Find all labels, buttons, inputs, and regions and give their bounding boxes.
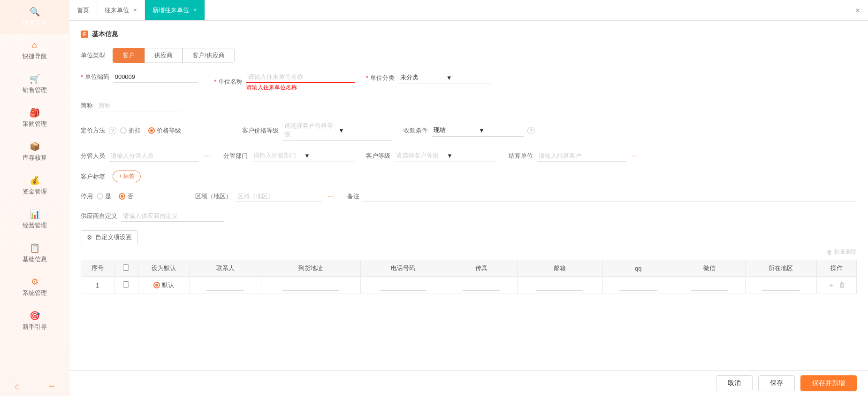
contact-input[interactable] [206,280,244,291]
batch-delete-row: 🗑 批量删除 [81,248,857,256]
unit-name-label: 单位名称 [214,78,243,86]
row-action-cell: ＋ 🗑 [816,277,856,294]
grade-label: 价格等级 [157,126,181,135]
unit-type-customer-btn[interactable]: 客户 [113,48,145,63]
phone-input[interactable] [380,280,426,291]
region-more-icon[interactable]: ··· [326,192,336,201]
pricing-row: 定价方法 ? 折扣 价格等级 客户价格等级 请选择客户价格等级 [81,120,857,141]
qq-input[interactable] [619,280,657,291]
disabled-yes-radio[interactable]: 是 [97,192,111,201]
unit-category-select[interactable]: 未分类 ▼ [398,71,492,84]
row-region-input[interactable] [762,280,799,291]
unit-type-group: 客户 供应商 客户/供应商 [113,48,235,63]
sidebar-item-purchase[interactable]: 🎒 采购管理 [0,101,69,135]
payment-help-icon[interactable]: ? [527,127,535,134]
fax-input[interactable] [463,280,500,291]
pricing-grade-radio[interactable]: 价格等级 [148,126,181,135]
region-input[interactable] [236,191,322,202]
wechat-input[interactable] [691,280,728,291]
customer-price-select[interactable]: 请选择客户价格等级 ▼ [282,120,392,141]
manager-input[interactable] [109,150,198,162]
department-placeholder: 请输入分管部门 [253,151,302,160]
sidebar-item-label: 库存核算 [23,154,47,162]
disabled-label: 停用 [81,192,93,201]
sidebar-item-sales[interactable]: 🛒 销售管理 [0,67,69,101]
row-checkbox[interactable] [123,281,129,287]
row-default-label: 默认 [162,281,174,289]
save-button[interactable]: 保存 [758,375,795,391]
settlement-more-icon[interactable]: ··· [630,152,640,160]
sidebar-item-label: 资金管理 [23,187,47,196]
section-title: 基本信息 [92,30,118,39]
select-all-checkbox[interactable] [123,264,129,271]
pricing-help-icon[interactable]: ? [109,127,116,134]
discount-radio-circle [120,127,127,134]
sidebar: 🔍 搜索菜单 ⌂ 快捷导航 🛒 销售管理 🎒 采购管理 📦 库存核算 💰 资金管… [0,0,69,396]
search-icon: 🔍 [30,7,40,17]
discount-label: 折扣 [129,126,141,135]
sidebar-expand-btn[interactable]: ↔ [35,376,69,396]
disabled-no-radio[interactable]: 否 [119,192,133,201]
manager-label: 分管人员 [81,152,105,160]
short-name-input[interactable] [97,100,181,111]
row-default-radio[interactable]: 默认 [143,281,185,289]
tab-close-all-btn[interactable]: ✕ [847,0,868,20]
close-counterparty-icon[interactable]: ✕ [133,7,137,13]
custom-settings-btn[interactable]: ⚙ 自定义项设置 [81,230,138,244]
supplier-custom-input[interactable] [121,210,224,222]
row-contact-cell [190,277,261,294]
department-select[interactable]: 请输入分管部门 ▼ [251,149,355,162]
row-checkbox-cell [114,277,138,294]
address-input[interactable] [282,280,339,291]
tag-label: 客户标签 [81,172,105,181]
tab-counterparty[interactable]: 往来单位 ✕ [97,0,145,20]
email-input[interactable] [536,280,583,291]
table-row: 1 默认 [81,277,857,294]
unit-type-supplier-btn[interactable]: 供应商 [145,48,183,63]
sidebar-home-btn[interactable]: ⌂ [0,376,35,396]
col-checkbox [114,260,138,277]
sidebar-item-operations[interactable]: 📊 经营管理 [0,202,69,236]
manager-row: 分管人员 ··· 分管部门 请输入分管部门 ▼ 客户等级 请选择客户等级 ▼ [81,149,857,162]
sidebar-item-quick-nav[interactable]: ⌂ 快捷导航 [0,34,69,67]
contacts-table: 序号 设为默认 联系人 到货地址 电话号码 传真 邮箱 qq 微信 所在地区 操… [81,260,857,294]
unit-type-row: 单位类型 客户 供应商 客户/供应商 [81,48,857,63]
sidebar-item-base-info[interactable]: 📋 基础信息 [0,236,69,270]
unit-name-input[interactable] [246,71,355,83]
unit-type-both-btn[interactable]: 客户/供应商 [183,48,235,63]
disabled-no-label: 否 [127,192,133,201]
payment-select[interactable]: 现结 ▼ [432,124,524,137]
pricing-discount-radio[interactable]: 折扣 [120,126,141,135]
sidebar-item-inventory[interactable]: 📦 库存核算 [0,135,69,169]
save-new-button[interactable]: 保存并新增 [800,375,857,391]
remark-input[interactable] [363,191,857,202]
unit-code-input[interactable] [113,71,198,83]
section-header: F 基本信息 [81,30,857,39]
manager-more-icon[interactable]: ··· [202,152,212,160]
sidebar-item-system[interactable]: ⚙ 系统管理 [0,270,69,304]
unit-code-label: 单位编码 [81,73,109,81]
sidebar-item-finance[interactable]: 💰 资金管理 [0,169,69,202]
tag-btn-label: + 标签 [119,172,135,180]
code-name-category-row: 单位编码 单位名称 请输入往来单位名称 单位分类 未分类 ▼ [81,71,857,92]
unit-category-value: 未分类 [400,73,444,82]
purchase-icon: 🎒 [30,108,40,118]
delete-row-icon[interactable]: 🗑 [839,281,845,288]
tab-home[interactable]: 首页 [69,0,97,20]
customer-level-label: 客户等级 [366,152,390,160]
unit-type-label: 单位类型 [81,51,105,60]
close-add-counterparty-icon[interactable]: ✕ [193,7,197,13]
settlement-input[interactable] [537,150,626,162]
batch-delete-label[interactable]: 批量删除 [834,248,857,256]
tab-add-counterparty[interactable]: 新增往来单位 ✕ [145,0,205,20]
sidebar-item-search[interactable]: 🔍 搜索菜单 [0,0,69,34]
short-name-label: 简称 [81,101,93,110]
main-area: 首页 往来单位 ✕ 新增往来单位 ✕ ✕ F 基本信息 单位类型 客户 供应商 … [69,0,868,396]
custom-settings-row: ⚙ 自定义项设置 [81,230,857,244]
customer-level-select[interactable]: 请选择客户等级 ▼ [394,149,497,162]
form-content: F 基本信息 单位类型 客户 供应商 客户/供应商 单位编码 [69,21,868,370]
sidebar-item-guide[interactable]: 🎯 新手引导 [0,304,69,338]
add-tag-button[interactable]: + 标签 [113,171,141,182]
cancel-button[interactable]: 取消 [716,375,753,391]
add-row-icon[interactable]: ＋ [828,281,834,288]
